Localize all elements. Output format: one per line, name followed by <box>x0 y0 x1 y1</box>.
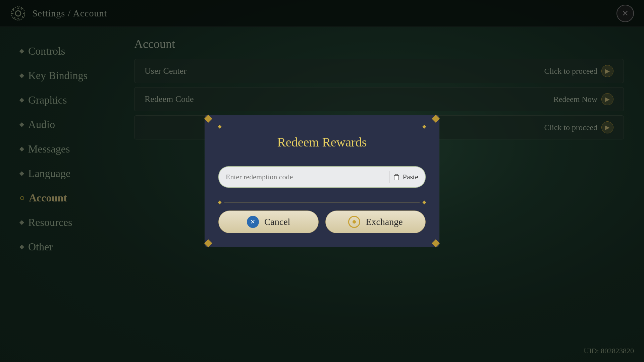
redemption-input-row: Paste <box>218 166 426 188</box>
modal-deco-top <box>218 125 426 128</box>
input-divider <box>389 171 389 183</box>
redemption-code-input[interactable] <box>226 173 386 181</box>
cancel-icon: ✕ <box>247 216 259 228</box>
exchange-label: Exchange <box>366 217 402 227</box>
paste-button[interactable]: Paste <box>393 173 418 181</box>
modal-body: Paste <box>205 163 439 194</box>
modal-title-area: Redeem Rewards <box>205 115 439 163</box>
svg-marker-5 <box>432 239 440 247</box>
cancel-label: Cancel <box>264 217 290 227</box>
clipboard-icon <box>393 173 400 181</box>
svg-rect-6 <box>394 175 399 180</box>
exchange-icon-inner <box>353 220 356 224</box>
deco-diamond-bottom-right <box>422 200 426 204</box>
deco-diamond-bottom-left <box>218 200 221 204</box>
deco-line-bottom <box>224 202 420 203</box>
corner-bottom-left <box>204 239 213 248</box>
redeem-rewards-modal: Redeem Rewards Paste <box>205 115 439 247</box>
deco-diamond-right <box>422 125 426 128</box>
modal-deco-bottom <box>218 201 426 204</box>
deco-diamond-left <box>218 125 221 128</box>
corner-bottom-right <box>431 239 440 248</box>
modal-buttons: ✕ Cancel Exchange <box>205 207 439 233</box>
exchange-icon <box>348 216 360 228</box>
exchange-button[interactable]: Exchange <box>325 210 426 233</box>
cancel-button[interactable]: ✕ Cancel <box>218 210 319 233</box>
paste-label: Paste <box>403 173 418 181</box>
svg-marker-4 <box>204 239 212 247</box>
modal-title: Redeem Rewards <box>277 135 367 149</box>
svg-rect-7 <box>395 174 398 176</box>
modal-overlay: Redeem Rewards Paste <box>0 0 644 362</box>
deco-line <box>224 127 420 127</box>
